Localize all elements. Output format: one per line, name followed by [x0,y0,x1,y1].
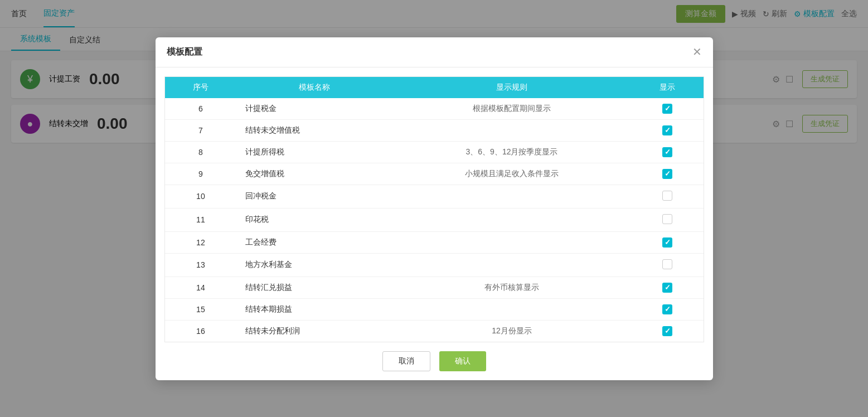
modal-footer: 取消 确认 [156,342,713,380]
row-index: 10 [165,185,237,208]
col-index: 序号 [165,77,237,98]
close-icon[interactable]: ✕ [692,46,702,57]
row-template-name: 计提税金 [236,98,392,120]
row-template-name: 结转未交增值税 [236,119,392,141]
col-name: 模板名称 [236,77,392,98]
row-display-checkbox[interactable] [632,119,704,141]
row-index: 14 [165,277,237,298]
row-index: 8 [165,141,237,163]
cancel-button[interactable]: 取消 [382,351,430,371]
row-display-rule [392,253,631,277]
col-rule: 显示规则 [392,77,631,98]
row-display-rule [392,208,631,231]
row-index: 15 [165,298,237,320]
row-display-rule [392,185,631,208]
row-display-checkbox[interactable] [632,277,704,298]
row-display-rule [392,119,631,141]
row-template-name: 工会经费 [236,231,392,253]
table-row: 12工会经费 [165,231,704,253]
row-template-name: 地方水利基金 [236,253,392,277]
row-template-name: 印花税 [236,208,392,231]
template-config-modal: 模板配置 ✕ 序号 模板名称 显示规则 显示 6计提税金根据模板配置期间显示7结… [156,37,713,380]
table-row: 13地方水利基金 [165,253,704,277]
row-index: 16 [165,320,237,342]
row-index: 13 [165,253,237,277]
modal-header: 模板配置 ✕ [156,37,713,67]
table-row: 9免交增值税小规模且满足收入条件显示 [165,163,704,185]
row-display-rule: 3、6、9、12月按季度显示 [392,141,631,163]
row-display-checkbox[interactable] [632,298,704,320]
table-row: 6计提税金根据模板配置期间显示 [165,98,704,120]
row-display-checkbox[interactable] [632,98,704,120]
row-index: 9 [165,163,237,185]
row-template-name: 免交增值税 [236,163,392,185]
row-display-rule [392,298,631,320]
row-template-name: 结转本期损益 [236,298,392,320]
row-display-rule: 有外币核算显示 [392,277,631,298]
row-display-checkbox[interactable] [632,141,704,163]
col-display: 显示 [632,77,704,98]
modal-table-container[interactable]: 序号 模板名称 显示规则 显示 6计提税金根据模板配置期间显示7结转未交增值税8… [164,76,704,342]
row-index: 6 [165,98,237,120]
table-row: 7结转未交增值税 [165,119,704,141]
row-index: 11 [165,208,237,231]
row-index: 12 [165,231,237,253]
row-display-rule: 小规模且满足收入条件显示 [392,163,631,185]
table-row: 15结转本期损益 [165,298,704,320]
row-display-checkbox[interactable] [632,231,704,253]
row-display-checkbox[interactable] [632,208,704,231]
table-row: 8计提所得税3、6、9、12月按季度显示 [165,141,704,163]
modal-overlay: 模板配置 ✕ 序号 模板名称 显示规则 显示 6计提税金根据模板配置期间显示7结… [0,0,868,417]
row-display-checkbox[interactable] [632,163,704,185]
row-template-name: 结转未分配利润 [236,320,392,342]
table-row: 14结转汇兑损益有外币核算显示 [165,277,704,298]
row-template-name: 计提所得税 [236,141,392,163]
row-display-rule: 根据模板配置期间显示 [392,98,631,120]
table-row: 10回冲税金 [165,185,704,208]
modal-title: 模板配置 [167,46,202,58]
row-template-name: 回冲税金 [236,185,392,208]
config-table: 序号 模板名称 显示规则 显示 6计提税金根据模板配置期间显示7结转未交增值税8… [165,77,704,342]
row-display-checkbox[interactable] [632,253,704,277]
row-display-checkbox[interactable] [632,320,704,342]
table-header-row: 序号 模板名称 显示规则 显示 [165,77,704,98]
confirm-button[interactable]: 确认 [439,351,486,371]
table-row: 11印花税 [165,208,704,231]
row-display-rule [392,231,631,253]
row-template-name: 结转汇兑损益 [236,277,392,298]
row-display-rule: 12月份显示 [392,320,631,342]
row-index: 7 [165,119,237,141]
table-row: 16结转未分配利润12月份显示 [165,320,704,342]
row-display-checkbox[interactable] [632,185,704,208]
